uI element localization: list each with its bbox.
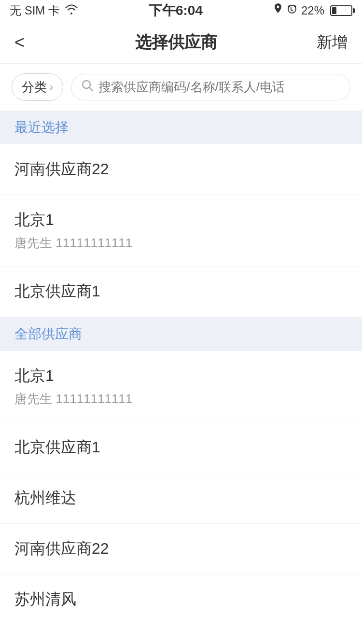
supplier-name: 杭州维达 <box>14 488 348 509</box>
back-button[interactable]: < <box>14 32 43 53</box>
supplier-sub: 唐先生 11111111111 <box>14 391 348 407</box>
svg-line-1 <box>89 87 93 91</box>
supplier-name: 北京1 <box>14 210 348 231</box>
status-bar: 无 SIM 卡 下午6:04 22% <box>0 0 362 21</box>
section-header-all: 全部供应商 <box>0 317 362 351</box>
supplier-name: 北京供应商1 <box>14 437 348 458</box>
category-button[interactable]: 分类 › <box>12 73 63 101</box>
no-sim-label: 无 SIM 卡 <box>10 3 60 18</box>
supplier-name: 苏州清风 <box>14 589 348 610</box>
search-box[interactable] <box>71 74 350 100</box>
add-button[interactable]: 新增 <box>309 32 348 53</box>
battery-percentage: 22% <box>301 4 324 17</box>
list-item[interactable]: 北京1唐先生 11111111111 <box>0 351 362 422</box>
status-right: 22% <box>273 3 352 18</box>
wifi-icon <box>65 4 78 17</box>
category-label: 分类 <box>22 79 47 96</box>
search-icon <box>81 79 94 95</box>
list-item[interactable]: 北京供应商1 <box>0 266 362 317</box>
category-arrow-icon: › <box>50 81 53 94</box>
supplier-name: 北京供应商1 <box>14 281 348 302</box>
supplier-name: 北京1 <box>14 365 348 387</box>
filter-bar: 分类 › <box>0 64 362 111</box>
battery-icon <box>330 5 352 16</box>
alarm-icon <box>287 4 297 17</box>
supplier-name: 河南供应商22 <box>14 159 348 180</box>
section-header-recent: 最近选择 <box>0 111 362 144</box>
list-item[interactable]: 北京供应商1 <box>0 422 362 473</box>
list-item[interactable]: 杭州维达 <box>0 473 362 524</box>
list-item[interactable]: 北京1唐先生 11111111111 <box>0 195 362 266</box>
location-icon <box>273 3 283 18</box>
status-time: 下午6:04 <box>149 1 203 20</box>
page-title: 选择供应商 <box>135 31 217 54</box>
supplier-sub: 唐先生 11111111111 <box>14 235 348 252</box>
search-input[interactable] <box>98 80 340 95</box>
list-item[interactable]: 河南供应商22 <box>0 524 362 574</box>
nav-bar: < 选择供应商 新增 <box>0 21 362 64</box>
supplier-name: 河南供应商22 <box>14 538 348 560</box>
status-left: 无 SIM 卡 <box>10 3 78 18</box>
list-item[interactable]: 苏州清风 <box>0 574 362 625</box>
list-item[interactable]: 河南供应商22 <box>0 144 362 195</box>
sections-container: 最近选择河南供应商22北京1唐先生 11111111111北京供应商1全部供应商… <box>0 111 362 625</box>
